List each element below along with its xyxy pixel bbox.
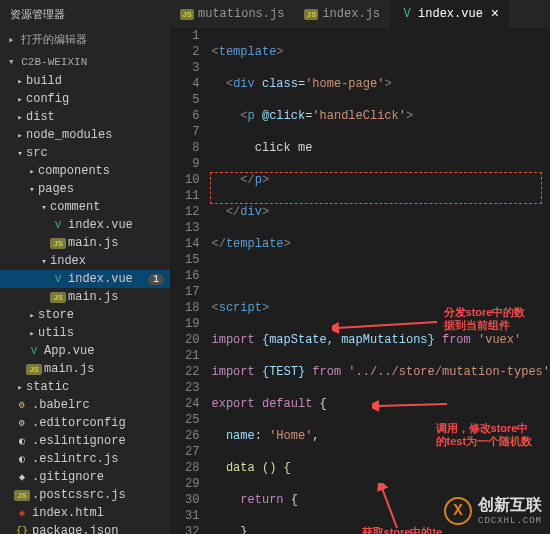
js-icon: JS [50,292,66,303]
file-main-js[interactable]: JSmain.js [0,234,170,252]
file-index-vue-active[interactable]: Vindex.vue1 [0,270,170,288]
file-postcssrc[interactable]: JS.postcssrc.js [0,486,170,504]
file-explorer[interactable]: ▸ 打开的编辑器 ▾ C2B-WEIXIN ▸build ▸config ▸di… [0,28,170,534]
watermark-text: 创新互联 [478,495,542,516]
vue-icon: V [26,346,42,357]
tab-label: mutations.js [198,7,284,21]
file-eslintrc[interactable]: ◐.eslintrc.js [0,450,170,468]
folder-node-modules[interactable]: ▸node_modules [0,126,170,144]
explorer-title: 资源管理器 [0,0,170,28]
line-gutter: 1234567891011121314151617181920212223242… [170,28,212,534]
file-editorconfig[interactable]: ⚙.editorconfig [0,414,170,432]
annotation-3: 获取store中的te [362,526,443,534]
change-badge: 1 [148,274,164,285]
folder-static[interactable]: ▸static [0,378,170,396]
file-babelrc[interactable]: ⚙.babelrc [0,396,170,414]
project-section[interactable]: ▾ C2B-WEIXIN [0,51,170,72]
svg-line-1 [337,322,437,328]
js-icon: JS [180,9,194,20]
file-eslintignore[interactable]: ◐.eslintignore [0,432,170,450]
config-icon: ⚙ [14,417,30,429]
folder-comment[interactable]: ▾comment [0,198,170,216]
close-icon[interactable]: × [491,6,499,22]
js-icon: JS [50,238,66,249]
file-index-html[interactable]: ◈index.html [0,504,170,522]
watermark: X 创新互联 CDCXHL.COM [444,495,542,526]
folder-build[interactable]: ▸build [0,72,170,90]
js-icon: JS [304,9,318,20]
file-index-vue[interactable]: Vindex.vue [0,216,170,234]
editor-tabs: JSmutations.js JSindex.js Vindex.vue× [170,0,550,28]
watermark-sub: CDCXHL.COM [478,516,542,526]
annotation-2: 调用，修改store中 的test为一个随机数 [436,422,533,448]
json-icon: {} [14,526,30,535]
tab-mutations[interactable]: JSmutations.js [170,0,294,28]
config-icon: ⚙ [14,399,30,411]
file-main-js-2[interactable]: JSmain.js [0,288,170,306]
folder-index[interactable]: ▾index [0,252,170,270]
folder-dist[interactable]: ▸dist [0,108,170,126]
vue-icon: V [400,7,414,21]
js-icon: JS [26,364,42,375]
folder-pages[interactable]: ▾pages [0,180,170,198]
logo-icon: X [444,497,472,525]
tab-index-js[interactable]: JSindex.js [294,0,390,28]
file-gitignore[interactable]: ◆.gitignore [0,468,170,486]
vue-icon: V [50,220,66,231]
file-package-json[interactable]: {}package.json [0,522,170,534]
config-icon: ◐ [14,453,30,465]
folder-src[interactable]: ▾src [0,144,170,162]
folder-components[interactable]: ▸components [0,162,170,180]
folder-config[interactable]: ▸config [0,90,170,108]
config-icon: ◐ [14,435,30,447]
tab-label: index.vue [418,7,483,21]
vue-icon: V [50,274,66,285]
html-icon: ◈ [14,507,30,519]
code-editor[interactable]: 1234567891011121314151617181920212223242… [170,28,550,534]
annotation-1: 分发store中的数 据到当前组件 [444,306,526,332]
file-main-js-3[interactable]: JSmain.js [0,360,170,378]
code-content[interactable]: <template> <div class='home-page'> <p @c… [212,28,550,534]
open-editors-section[interactable]: ▸ 打开的编辑器 [0,28,170,51]
file-app-vue[interactable]: VApp.vue [0,342,170,360]
tab-index-vue[interactable]: Vindex.vue× [390,0,509,28]
git-icon: ◆ [14,471,30,483]
js-icon: JS [14,490,30,501]
tab-label: index.js [322,7,380,21]
folder-utils[interactable]: ▸utils [0,324,170,342]
folder-store[interactable]: ▸store [0,306,170,324]
